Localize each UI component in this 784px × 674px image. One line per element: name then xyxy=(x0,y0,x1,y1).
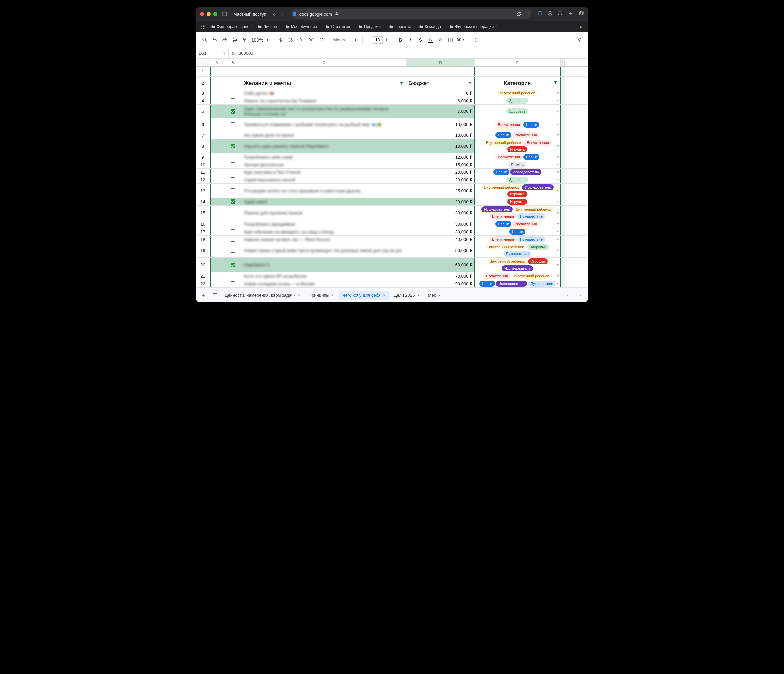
chevron-down-icon[interactable]: ▼ xyxy=(556,282,559,286)
col-header-d[interactable]: D xyxy=(406,59,475,66)
row-number[interactable]: 17 xyxy=(196,228,210,236)
description-cell[interactable]: Попробовать вейк-серф xyxy=(242,153,406,161)
chevron-down-icon[interactable]: ▼ xyxy=(556,170,559,174)
cell[interactable] xyxy=(242,67,406,76)
description-cell[interactable]: Быть я в офисе ВТ на рыболов xyxy=(242,272,406,280)
category-cell[interactable]: Внутренний ребенок Здоровье Путешествие▼ xyxy=(475,243,561,257)
row-number[interactable]: 9 xyxy=(196,153,210,161)
category-cell[interactable]: Навык▼ xyxy=(475,228,561,236)
chevron-down-icon[interactable]: ▼ xyxy=(556,163,559,166)
description-cell[interactable]: Ремонт по строителльству Пламени xyxy=(242,97,406,104)
sheet-tab[interactable]: Мес▼ xyxy=(424,291,444,300)
checkbox[interactable] xyxy=(230,154,235,159)
filter-icon[interactable] xyxy=(554,80,558,85)
row-number[interactable]: 14 xyxy=(196,198,210,206)
checkbox-cell[interactable] xyxy=(224,206,242,220)
cell[interactable] xyxy=(210,198,224,206)
row-number[interactable]: 15 xyxy=(196,206,210,220)
checkbox-cell[interactable] xyxy=(224,272,242,280)
bookmark-folder[interactable]: Финансы и операцииˇ xyxy=(447,23,499,30)
budget-cell[interactable]: 30,000 ₽ xyxy=(406,220,475,228)
row-number[interactable]: 22 xyxy=(196,280,210,287)
chevron-down-icon[interactable]: ▼ xyxy=(556,155,559,159)
budget-cell[interactable]: 90,000 ₽ xyxy=(406,280,475,287)
description-cell[interactable]: Apple watch xyxy=(242,198,406,206)
budget-cell[interactable]: 15,000 ₽ xyxy=(406,161,475,168)
description-cell[interactable]: PlayStation 5 xyxy=(242,258,406,272)
chevron-down-icon[interactable]: ▼ xyxy=(417,294,420,297)
chevron-down-icon[interactable]: ▼ xyxy=(556,275,559,278)
checkbox-cell[interactable] xyxy=(224,131,242,139)
col-header-c[interactable]: C xyxy=(242,59,406,66)
category-cell[interactable]: Здоровье▼ xyxy=(475,176,561,184)
font-size-control[interactable]: − + xyxy=(366,36,390,44)
checkbox-cell[interactable] xyxy=(224,228,242,236)
new-tab-icon[interactable]: ＋ xyxy=(567,11,574,17)
checkbox[interactable] xyxy=(230,222,235,226)
budget-cell[interactable]: 20,000 ₽ xyxy=(406,168,475,176)
reader-icon[interactable] xyxy=(526,12,531,16)
cell[interactable] xyxy=(475,67,561,76)
text-color-button[interactable]: A xyxy=(426,35,435,45)
reload-icon[interactable] xyxy=(517,12,521,16)
chevron-down-icon[interactable]: ▼ xyxy=(556,99,559,102)
checkbox[interactable] xyxy=(230,98,235,103)
budget-cell[interactable]: 10,000 ₽ xyxy=(406,131,475,139)
checkbox[interactable] xyxy=(230,144,235,148)
forward-button[interactable]: › xyxy=(280,9,286,19)
checkbox-cell[interactable] xyxy=(224,97,242,104)
chevron-down-icon[interactable]: ▼ xyxy=(556,222,559,226)
chevron-down-icon[interactable]: ▼ xyxy=(383,294,386,297)
row-number[interactable]: 10 xyxy=(196,161,210,168)
chevron-down-icon[interactable]: ▼ xyxy=(331,294,334,297)
row-number[interactable]: 13 xyxy=(196,184,210,198)
cell[interactable] xyxy=(210,105,224,117)
cell[interactable] xyxy=(210,97,224,104)
url-bar[interactable]: docs.google.com xyxy=(292,9,531,19)
budget-cell[interactable]: 20,000 ₽ xyxy=(406,176,475,184)
filter-icon[interactable] xyxy=(468,81,472,86)
checkbox-cell[interactable] xyxy=(224,139,242,153)
cell[interactable] xyxy=(210,77,224,89)
chevron-down-icon[interactable]: ▼ xyxy=(556,91,559,95)
description-cell[interactable]: Я в разуме хотеть не стать красивым и из… xyxy=(242,184,406,198)
checkbox[interactable] xyxy=(230,281,235,286)
col-header-a[interactable]: A xyxy=(210,59,224,66)
paint-format-button[interactable] xyxy=(240,35,249,45)
budget-cell[interactable]: 30,000 ₽ xyxy=(406,228,475,236)
checkbox[interactable] xyxy=(230,248,235,253)
category-cell[interactable]: Навык Впечатления▼ xyxy=(475,220,561,228)
description-cell[interactable]: Себе дупло 🦔 xyxy=(242,89,406,97)
cell[interactable] xyxy=(210,131,224,139)
row-number[interactable]: 19 xyxy=(196,243,210,257)
row-number[interactable]: 18 xyxy=(196,236,210,243)
checkbox-cell[interactable] xyxy=(224,280,242,287)
chevron-down-icon[interactable]: ▼ xyxy=(556,230,559,233)
chevron-down-icon[interactable]: ▼ xyxy=(556,264,559,267)
formula-input[interactable]: 300000 xyxy=(239,51,253,56)
font-selector[interactable]: Monts… ▼ xyxy=(331,37,360,42)
checkbox[interactable] xyxy=(230,109,235,114)
cell[interactable] xyxy=(210,280,224,287)
bookmark-folder[interactable]: Продажиˇ xyxy=(356,23,386,30)
collapse-toolbar-button[interactable]: ᐯ xyxy=(575,35,584,45)
cell[interactable] xyxy=(210,228,224,236)
sheet-tab[interactable]: Ценности, намерения, карм задачи▼ xyxy=(221,291,304,300)
checkbox-cell[interactable] xyxy=(224,198,242,206)
cell[interactable] xyxy=(210,243,224,257)
checkbox[interactable] xyxy=(230,122,235,127)
checkbox-cell[interactable] xyxy=(224,220,242,228)
row-number[interactable]: 4 xyxy=(196,97,210,104)
category-cell[interactable]: Навык Исследователь▼ xyxy=(475,168,561,176)
sheet-tab[interactable]: Принципы▼ xyxy=(305,291,338,300)
all-sheets-button[interactable]: ☰ xyxy=(210,290,220,300)
row-number[interactable]: 8 xyxy=(196,139,210,153)
sheet-tab[interactable]: Цели 2025▼ xyxy=(390,291,423,300)
row-number[interactable]: 12 xyxy=(196,176,210,184)
category-cell[interactable]: Внутренний ребенок Впечатления Игрушка▼ xyxy=(475,139,561,153)
bookmark-folder[interactable]: Личноеˇ xyxy=(255,23,282,30)
budget-cell[interactable]: 29,000 ₽ xyxy=(406,198,475,206)
row-number[interactable]: 16 xyxy=(196,220,210,228)
description-cell[interactable]: Новая самая старый живя там в провинции.… xyxy=(242,243,406,257)
budget-cell[interactable]: 10,000 ₽ xyxy=(406,118,475,131)
